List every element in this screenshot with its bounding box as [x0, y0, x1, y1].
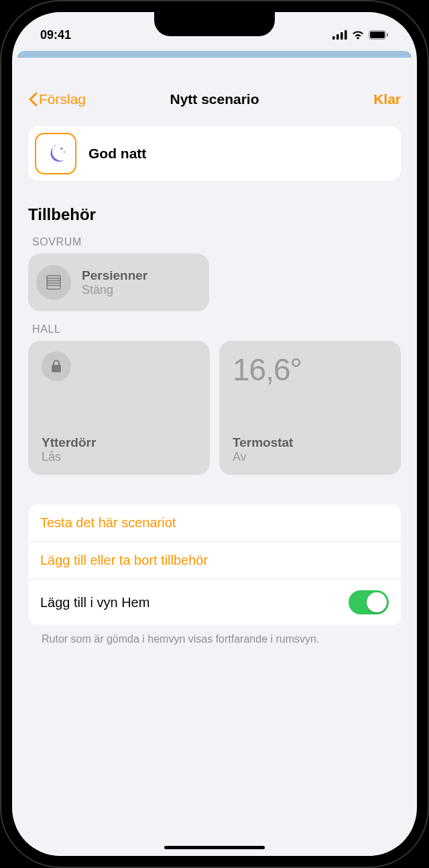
add-remove-accessories-button[interactable]: Lägg till eller ta bort tillbehör	[28, 541, 401, 579]
lock-icon	[42, 351, 71, 381]
svg-rect-5	[370, 32, 385, 38]
scene-card[interactable]: God natt	[28, 126, 401, 181]
test-scenario-button[interactable]: Testa det här scenariot	[28, 504, 401, 541]
back-label: Förslag	[39, 91, 86, 107]
cellular-icon	[332, 30, 347, 40]
tile-text: Persienner Stäng	[82, 268, 147, 297]
phone-screen: 09:41 Förslag Nytt scenario Klar	[12, 12, 417, 856]
svg-rect-12	[52, 365, 61, 372]
wifi-icon	[351, 30, 365, 40]
svg-rect-7	[47, 276, 60, 289]
add-to-home-row: Lägg till i vyn Hem	[28, 579, 401, 625]
modal-sheet: Förslag Nytt scenario Klar God natt Till…	[16, 79, 413, 856]
svg-rect-0	[332, 36, 335, 40]
moon-icon	[44, 142, 67, 165]
footer-note: Rutor som är gömda i hemvyn visas fortfa…	[28, 625, 401, 647]
status-time: 09:41	[40, 28, 71, 42]
blinds-icon	[36, 265, 71, 300]
tile-door-lock[interactable]: Ytterdörr Lås	[28, 341, 210, 475]
tile-name: Ytterdörr	[42, 435, 196, 450]
accessories-title: Tillbehör	[28, 205, 401, 224]
tile-name: Termostat	[233, 435, 387, 450]
done-button[interactable]: Klar	[373, 91, 401, 107]
phone-frame: 09:41 Förslag Nytt scenario Klar	[0, 0, 429, 868]
bedroom-row: Persienner Stäng	[28, 254, 401, 311]
room-label-hall: HALL	[32, 323, 401, 335]
background-sheet-strip	[17, 51, 412, 58]
room-label-bedroom: SOVRUM	[32, 236, 401, 248]
thermostat-value: 16,6°	[233, 351, 302, 388]
svg-rect-1	[336, 34, 339, 40]
scene-name: God natt	[88, 146, 146, 162]
switch-knob	[367, 592, 387, 612]
add-to-home-toggle[interactable]	[349, 590, 389, 614]
tile-status: Stäng	[82, 283, 147, 297]
home-indicator[interactable]	[164, 846, 265, 849]
hall-row: Ytterdörr Lås 16,6° Termostat Av	[28, 341, 401, 475]
svg-rect-2	[341, 32, 343, 40]
svg-rect-6	[387, 34, 388, 37]
back-button[interactable]: Förslag	[28, 91, 86, 107]
scene-icon-box	[35, 133, 76, 174]
content: God natt Tillbehör SOVRUM Persienner Stä…	[16, 118, 413, 647]
tile-status: Lås	[42, 450, 196, 464]
status-right	[332, 30, 389, 40]
nav-bar: Förslag Nytt scenario Klar	[16, 79, 413, 118]
notch	[154, 12, 275, 36]
tile-blinds[interactable]: Persienner Stäng	[28, 254, 209, 311]
battery-icon	[369, 30, 389, 40]
tile-thermostat[interactable]: 16,6° Termostat Av	[219, 341, 401, 475]
chevron-left-icon	[28, 92, 38, 107]
tile-name: Persienner	[82, 268, 147, 283]
tile-status: Av	[233, 450, 387, 464]
add-to-home-label: Lägg till i vyn Hem	[40, 595, 149, 610]
actions-list: Testa det här scenariot Lägg till eller …	[28, 504, 401, 625]
svg-rect-3	[345, 30, 347, 40]
